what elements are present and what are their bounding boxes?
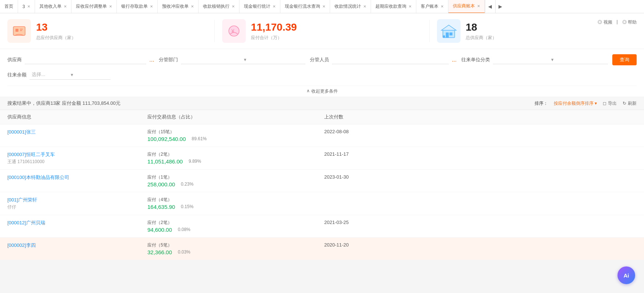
balance-filter-label: 往来余额: [7, 72, 27, 78]
tx-pct-3: 0.15%: [181, 204, 193, 209]
filter-balance: 往来余额 选择... ▾: [7, 70, 111, 80]
person-filter-input[interactable]: [332, 55, 449, 64]
supplier-cell-1: [000007]恒旺二手叉车 王通 17106110000: [7, 151, 147, 165]
supplier-filter-input[interactable]: [25, 55, 146, 64]
tx-label-5: 应付（5笔）: [147, 242, 172, 248]
dept-chevron-icon: ▾: [244, 57, 303, 62]
tx-amount-3[interactable]: 164,635.90: [147, 204, 175, 210]
sort-select[interactable]: 按应付余额倒序排序 ▾: [554, 100, 597, 107]
supplier-link-1[interactable]: [000007]恒旺二手叉车: [7, 152, 55, 157]
stat-info-suppliers: 13 总应付供应商（家）: [36, 21, 76, 41]
filter-bar: 供应商 ... 分管部门 ▾ 分管人员 ... 往来单位分类 ▾: [0, 49, 644, 97]
tx-amount-4[interactable]: 94,600.00: [147, 227, 172, 233]
close-icon[interactable]: ✕: [150, 4, 153, 8]
stat-info-payable: 11,170.39 应付合计（万）: [251, 21, 297, 41]
close-icon[interactable]: ✕: [409, 4, 412, 8]
stat-label-suppliers: 总应付供应商（家）: [36, 35, 76, 41]
filter-row-2: 往来余额 选择... ▾: [7, 70, 637, 81]
close-icon[interactable]: ✕: [322, 4, 325, 8]
close-icon[interactable]: ✕: [64, 4, 67, 8]
col-header-transaction: 应付交易信息（占比）: [147, 114, 324, 120]
video-link[interactable]: ◎ 视频: [598, 19, 612, 25]
person-filter-dots[interactable]: ...: [452, 56, 456, 63]
svg-marker-7: [441, 25, 456, 30]
supplier-link-2[interactable]: [000100]本特勤油品有限公司: [7, 175, 69, 180]
tx-row-3: 164,635.90 0.15%: [147, 203, 324, 210]
tab-overdue-query[interactable]: 超期应收款查询 ✕: [371, 0, 416, 13]
close-icon[interactable]: ✕: [27, 4, 30, 8]
collapse-up-icon: ∧: [307, 88, 310, 94]
close-icon[interactable]: ✕: [109, 4, 112, 8]
tx-row-1: 11,051,486.00 9.89%: [147, 158, 324, 165]
supplier-link-4[interactable]: [000012]广州贝瑞: [7, 220, 45, 225]
collapse-bar[interactable]: ∧ 收起更多条件: [7, 86, 637, 97]
close-icon[interactable]: ✕: [191, 4, 194, 8]
supplier-link-3[interactable]: [001]广州荣轩: [7, 197, 37, 203]
tx-row-2: 258,000.00 0.23%: [147, 180, 324, 187]
tx-row-0: 100,092,540.00 89.61%: [147, 135, 324, 142]
collapse-label: 收起更多条件: [311, 88, 338, 94]
tx-amount-0[interactable]: 100,092,540.00: [147, 136, 186, 142]
lastpay-cell-1: 2021-11-17: [324, 151, 637, 157]
tab-supplier-ledger[interactable]: 供应商账本 ✕: [448, 0, 485, 13]
tab-cashbank-stat[interactable]: 现金银行统计 ✕: [239, 0, 280, 13]
svg-rect-9: [449, 32, 452, 35]
balance-filter-select[interactable]: 选择... ▾: [29, 70, 111, 80]
transaction-cell-0: 应付（15笔） 100,092,540.00 89.61%: [147, 129, 324, 142]
stat-number-total: 18: [466, 21, 497, 34]
supplier-link-0[interactable]: [000001]张三: [7, 129, 36, 135]
filter-supplier: 供应商 ...: [7, 55, 154, 64]
tx-row-4: 94,600.00 0.08%: [147, 226, 324, 233]
table-row: [000007]恒旺二手叉车 王通 17106110000 应付（2笔） 11,…: [0, 147, 644, 170]
tx-amount-1[interactable]: 11,051,486.00: [147, 158, 183, 165]
dept-filter-select[interactable]: ▾: [181, 55, 306, 64]
category-chevron-icon: ▾: [551, 57, 606, 62]
close-icon[interactable]: ✕: [363, 4, 366, 8]
filter-dept: 分管部门 ▾: [159, 55, 306, 64]
tx-amount-5[interactable]: 32,366.00: [147, 249, 172, 255]
lastpay-cell-2: 2023-01-30: [324, 174, 637, 180]
payable-icon: ¥: [222, 19, 246, 43]
col-header-supplier: 供应商信息: [7, 114, 147, 120]
tab-other-income[interactable]: 其他收入单 ✕: [35, 0, 71, 13]
nav-prev-arrow[interactable]: ◀: [485, 0, 495, 13]
lastpay-cell-4: 2021-03-25: [324, 220, 637, 225]
tab-home[interactable]: 首页: [0, 0, 18, 13]
query-button[interactable]: 查询: [612, 54, 637, 65]
lastpay-cell-5: 2020-11-20: [324, 242, 637, 248]
top-nav: 首页 3 ✕ 其他收入单 ✕ 应收应付调整单 ✕ 银行存取款单 ✕ 预收冲应收单…: [0, 0, 644, 13]
stat-card-payable: ¥ 11,170.39 应付合计（万）: [222, 19, 422, 43]
tab-prepay-offset[interactable]: 预收冲应收单 ✕: [158, 0, 199, 13]
transaction-cell-4: 应付（2笔） 94,600.00 0.08%: [147, 220, 324, 233]
refresh-button[interactable]: ↻ 刷新: [623, 100, 637, 107]
supplier-filter-dots[interactable]: ...: [149, 56, 154, 63]
supplier-link-5[interactable]: [000002]李四: [7, 242, 36, 248]
col-header-lastpay: 上次付数: [324, 114, 637, 120]
tab-ar-ap-adjust[interactable]: 应收应付调整单 ✕: [71, 0, 117, 13]
nav-next-arrow[interactable]: ▶: [495, 0, 505, 13]
lastpay-date-4: 2021-03-25: [324, 220, 349, 225]
close-icon[interactable]: ✕: [273, 4, 276, 8]
svg-rect-10: [443, 35, 445, 38]
tab-cashbank-flow[interactable]: 现金银行流水查询 ✕: [280, 0, 330, 13]
stat-card-suppliers: 13 总应付供应商（家）: [7, 19, 207, 43]
lastpay-date-2: 2023-01-30: [324, 174, 349, 180]
tab-customer-ledger[interactable]: 客户账本 ✕: [416, 0, 448, 13]
help-links: ◎ 视频 | ◎ 帮助: [598, 19, 637, 25]
sort-chevron-icon: ▾: [595, 101, 597, 106]
category-filter-select[interactable]: ▾: [493, 55, 608, 64]
tx-pct-0: 89.61%: [192, 136, 207, 141]
svg-rect-1: [15, 29, 18, 32]
close-icon[interactable]: ✕: [441, 4, 444, 8]
store-icon: [437, 19, 461, 43]
tab-bank-deposit[interactable]: 银行存取款单 ✕: [117, 0, 158, 13]
tx-amount-2[interactable]: 258,000.00: [147, 181, 175, 187]
tab-3[interactable]: 3 ✕: [18, 0, 35, 13]
tab-collection-exec[interactable]: 收款核销执行 ✕: [199, 0, 239, 13]
help-link[interactable]: ◎ 帮助: [622, 19, 637, 25]
export-button[interactable]: ◻ 导出: [603, 100, 617, 107]
transaction-cell-3: 应付（4笔） 164,635.90 0.15%: [147, 197, 324, 210]
close-icon[interactable]: ✕: [232, 4, 235, 8]
close-icon[interactable]: ✕: [477, 4, 480, 8]
tab-collection-stat[interactable]: 收款情况统计 ✕: [330, 0, 371, 13]
